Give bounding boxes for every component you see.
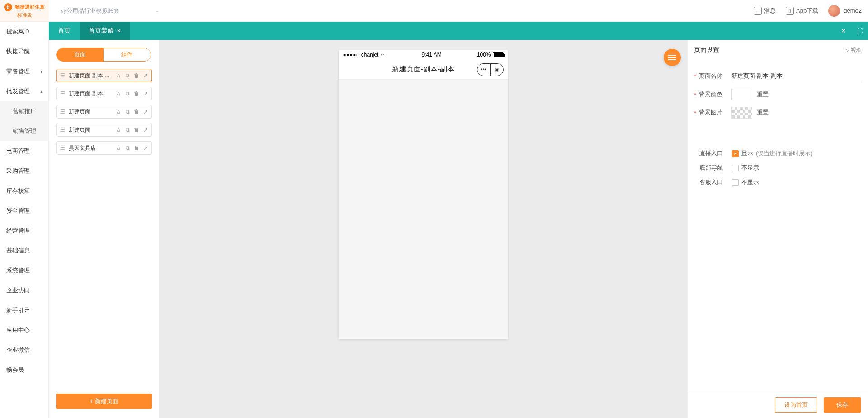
sidebar-item[interactable]: 采购管理 bbox=[0, 161, 48, 181]
close-all-button[interactable]: ✕ bbox=[835, 27, 852, 34]
delete-icon[interactable]: 🗑 bbox=[133, 72, 140, 79]
capsule-more-icon[interactable]: ••• bbox=[477, 63, 491, 76]
sidebar-item[interactable]: 批发管理▲ bbox=[0, 81, 48, 101]
field-bg-color: * 背景颜色 重置 bbox=[694, 89, 862, 100]
sidebar-item[interactable]: 基础信息 bbox=[0, 241, 48, 261]
miniapp-body[interactable] bbox=[339, 80, 508, 339]
copy-icon[interactable]: ⧉ bbox=[124, 72, 131, 79]
bg-image-reset[interactable]: 重置 bbox=[757, 109, 769, 117]
page-name-input[interactable] bbox=[731, 70, 862, 82]
home-icon[interactable]: ⌂ bbox=[115, 72, 122, 79]
sidebar-item[interactable]: 经营管理 bbox=[0, 221, 48, 241]
messages-button[interactable]: … 消息 bbox=[754, 7, 776, 15]
sidebar-item[interactable]: 应用中心 bbox=[0, 320, 48, 340]
chevron-down-icon: ⌄ bbox=[155, 8, 159, 14]
home-icon[interactable]: ⌂ bbox=[115, 145, 122, 151]
save-button[interactable]: 保存 bbox=[824, 397, 861, 413]
page-item-name: 昊天文具店 bbox=[69, 144, 112, 152]
bg-image-swatch[interactable] bbox=[731, 107, 752, 119]
phone-icon: ▯ bbox=[786, 7, 794, 15]
brand-logo[interactable]: b 畅捷通好生意 标准版 bbox=[0, 0, 49, 21]
drag-icon[interactable]: ☰ bbox=[60, 90, 65, 97]
sidebar-item[interactable]: 库存核算 bbox=[0, 181, 48, 201]
miniapp-capsule[interactable]: ••• ◉ bbox=[477, 63, 504, 76]
page-list-item[interactable]: ☰新建页面⌂⧉🗑↗ bbox=[56, 123, 152, 137]
share-icon[interactable]: ↗ bbox=[142, 145, 149, 151]
page-list-column: 页面 组件 ☰新建页面-副本-...⌂⧉🗑↗☰新建页面-副本⌂⧉🗑↗☰新建页面⌂… bbox=[49, 40, 159, 418]
page-list-item[interactable]: ☰昊天文具店⌂⧉🗑↗ bbox=[56, 141, 152, 155]
logo-icon: b bbox=[4, 3, 12, 11]
share-icon[interactable]: ↗ bbox=[142, 109, 149, 115]
required-mark: * bbox=[694, 109, 696, 116]
capsule-close-icon[interactable]: ◉ bbox=[490, 63, 504, 76]
sidebar-item[interactable]: 快捷导航 bbox=[0, 42, 48, 62]
sidebar-item[interactable]: 企业协同 bbox=[0, 280, 48, 300]
fullscreen-button[interactable]: ⛶ bbox=[852, 28, 868, 34]
video-help-link[interactable]: ▷ 视频 bbox=[845, 47, 862, 54]
settings-header: 页面设置 ▷ 视频 bbox=[688, 40, 868, 61]
drag-icon[interactable]: ☰ bbox=[60, 109, 65, 115]
page-list-item[interactable]: ☰新建页面⌂⧉🗑↗ bbox=[56, 105, 152, 119]
segment-component[interactable]: 组件 bbox=[104, 48, 151, 61]
sidebar-item[interactable]: 新手引导 bbox=[0, 300, 48, 320]
close-icon[interactable]: ✕ bbox=[117, 28, 121, 34]
page-list-item[interactable]: ☰新建页面-副本⌂⧉🗑↗ bbox=[56, 87, 152, 100]
components-drawer-button[interactable] bbox=[664, 49, 681, 66]
app-download-button[interactable]: ▯ App下载 bbox=[786, 7, 818, 15]
bg-image-label: 背景图片 bbox=[699, 109, 731, 117]
home-icon[interactable]: ⌂ bbox=[115, 90, 122, 97]
home-icon[interactable]: ⌂ bbox=[115, 109, 122, 115]
brand-version: 标准版 bbox=[17, 12, 32, 19]
play-icon: ▷ bbox=[845, 47, 849, 53]
page-list: ☰新建页面-副本-...⌂⧉🗑↗☰新建页面-副本⌂⧉🗑↗☰新建页面⌂⧉🗑↗☰新建… bbox=[56, 69, 152, 155]
copy-icon[interactable]: ⧉ bbox=[124, 109, 131, 115]
share-icon[interactable]: ↗ bbox=[142, 72, 149, 79]
required-mark: * bbox=[694, 73, 696, 80]
live-entry-checkbox[interactable]: ✓ bbox=[732, 150, 739, 157]
sidebar-item[interactable]: 资金管理 bbox=[0, 201, 48, 221]
delete-icon[interactable]: 🗑 bbox=[133, 90, 140, 97]
sidebar-item[interactable]: 系统管理 bbox=[0, 261, 48, 280]
share-icon[interactable]: ↗ bbox=[142, 127, 149, 133]
sidebar-item[interactable]: 搜索菜单 bbox=[0, 22, 48, 42]
bottom-nav-checkbox[interactable] bbox=[732, 165, 739, 171]
settings-footer: 设为首页 保存 bbox=[688, 391, 868, 418]
sidebar-item[interactable]: 电商管理 bbox=[0, 141, 48, 161]
drag-icon[interactable]: ☰ bbox=[60, 127, 65, 133]
sidebar-subitem[interactable]: 销售管理 bbox=[0, 121, 48, 141]
account-select-value: 办公用品行业模拟账套 bbox=[61, 7, 119, 15]
sidebar-item[interactable]: 零售管理▼ bbox=[0, 62, 48, 81]
delete-icon[interactable]: 🗑 bbox=[133, 127, 140, 133]
copy-icon[interactable]: ⧉ bbox=[124, 127, 131, 133]
drag-icon[interactable]: ☰ bbox=[60, 72, 65, 79]
set-home-button[interactable]: 设为首页 bbox=[775, 397, 817, 413]
copy-icon[interactable]: ⧉ bbox=[124, 90, 131, 97]
page-item-name: 新建页面 bbox=[69, 126, 112, 134]
delete-icon[interactable]: 🗑 bbox=[133, 145, 140, 151]
user-menu[interactable]: demo2 bbox=[828, 5, 862, 17]
drag-icon[interactable]: ☰ bbox=[60, 145, 65, 151]
share-icon[interactable]: ↗ bbox=[142, 90, 149, 97]
service-entry-checkbox[interactable] bbox=[732, 179, 739, 186]
video-help-label: 视频 bbox=[851, 47, 862, 54]
delete-icon[interactable]: 🗑 bbox=[133, 109, 140, 115]
tab-home[interactable]: 首页 bbox=[49, 22, 80, 40]
home-icon[interactable]: ⌂ bbox=[115, 127, 122, 133]
sidebar-item[interactable]: 企业微信 bbox=[0, 340, 48, 360]
page-list-item[interactable]: ☰新建页面-副本-...⌂⧉🗑↗ bbox=[56, 69, 152, 82]
header-right: … 消息 ▯ App下载 demo2 bbox=[754, 5, 862, 17]
segment-page[interactable]: 页面 bbox=[57, 48, 104, 61]
settings-panel: 页面设置 ▷ 视频 * 页面名称 * 背景颜色 bbox=[687, 40, 868, 418]
new-page-button[interactable]: + 新建页面 bbox=[56, 394, 152, 409]
copy-icon[interactable]: ⧉ bbox=[124, 145, 131, 151]
carrier-label: chanjet bbox=[361, 52, 379, 58]
account-select[interactable]: 办公用品行业模拟账套 ⌄ bbox=[58, 5, 162, 17]
top-header: b 畅捷通好生意 标准版 办公用品行业模拟账套 ⌄ … 消息 ▯ App下载 d… bbox=[0, 0, 868, 22]
tab-decorate[interactable]: 首页装修 ✕ bbox=[80, 22, 130, 40]
bg-color-reset[interactable]: 重置 bbox=[757, 90, 769, 99]
sidebar-subitem[interactable]: 营销推广 bbox=[0, 101, 48, 121]
sidebar-item[interactable]: 畅会员 bbox=[0, 360, 48, 380]
bg-color-swatch[interactable] bbox=[731, 89, 752, 100]
page-item-actions: ⌂⧉🗑↗ bbox=[115, 145, 149, 151]
field-service-entry: 客服入口 不显示 bbox=[694, 178, 862, 186]
